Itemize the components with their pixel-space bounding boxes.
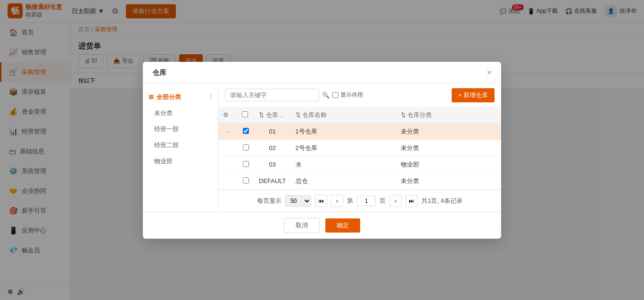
row-checkbox-cell[interactable] — [237, 140, 254, 156]
row-num: DEFAULT — [254, 173, 291, 189]
cancel-button[interactable]: 取消 — [284, 218, 320, 233]
search-input[interactable] — [225, 89, 319, 101]
row-actions — [218, 156, 237, 173]
table-toolbar: 🔍 显示停用 + 新增仓库 — [218, 83, 501, 107]
row-checkbox[interactable] — [243, 128, 249, 134]
row-num: 02 — [254, 140, 291, 156]
close-icon[interactable]: × — [487, 68, 492, 77]
row-name: 水 — [291, 156, 396, 173]
category-item-op2[interactable]: 经营二部 — [143, 137, 218, 153]
row-category: 未分类 — [396, 140, 501, 156]
collapse-icon[interactable]: 《 — [206, 93, 212, 101]
prev-page-btn[interactable]: ‹ — [331, 195, 343, 207]
row-num: 01 — [254, 123, 291, 140]
table-row[interactable]: 03 水 物业部 — [218, 156, 501, 173]
grid-icon: ⊞ — [149, 93, 154, 100]
page-input[interactable] — [357, 196, 376, 206]
last-page-btn[interactable]: ⏭ — [405, 195, 418, 207]
search-icon[interactable]: 🔍 — [322, 92, 330, 99]
row-name: 2号仓库 — [291, 140, 396, 156]
row-actions — [218, 173, 237, 189]
category-item-uncategorized[interactable]: 未分类 — [143, 105, 218, 121]
more-icon[interactable]: ··· — [225, 128, 231, 135]
warehouse-dialog: 仓库 × ⊞ 全部分类 《 未分类 经营一部 经营二部 物业部 — [143, 62, 501, 239]
col-header-code: ⇅ 仓库... — [254, 107, 291, 124]
show-disabled-checkbox[interactable] — [332, 92, 339, 98]
page-label: 第 — [347, 197, 353, 205]
table-row[interactable]: ··· 01 1号仓库 未分类 — [218, 123, 501, 140]
first-page-btn[interactable]: ⏮ — [315, 195, 327, 207]
col-header-check — [237, 107, 254, 124]
per-page-label: 每页显示 — [257, 197, 281, 205]
row-num: 03 — [254, 156, 291, 173]
row-name: 总仓 — [291, 173, 396, 189]
dialog-header: 仓库 × — [143, 62, 501, 83]
dialog-footer: 取消 确定 — [143, 212, 501, 239]
dialog-overlay: 仓库 × ⊞ 全部分类 《 未分类 经营一部 经营二部 物业部 — [0, 0, 644, 300]
row-checkbox[interactable] — [243, 144, 249, 150]
table-panel: 🔍 显示停用 + 新增仓库 ⚙ — [218, 83, 501, 212]
sort-cat-icon: ⇅ — [401, 111, 406, 118]
table-row[interactable]: DEFAULT 总仓 未分类 — [218, 173, 501, 189]
all-category-label: 全部分类 — [157, 93, 181, 101]
total-label: 共1页, 4条记录 — [421, 197, 462, 205]
category-panel: ⊞ 全部分类 《 未分类 经营一部 经营二部 物业部 — [143, 83, 218, 212]
row-checkbox-cell[interactable] — [237, 156, 254, 173]
add-warehouse-button[interactable]: + 新增仓库 — [452, 88, 495, 102]
pagination: 每页显示 50 100 ⏮ ‹ 第 页 › ⏭ 共1页, 4条记录 — [218, 190, 501, 212]
sort-icon: ⇅ — [259, 111, 264, 118]
col-header-name: ⇅ 仓库名称 — [291, 107, 396, 124]
row-checkbox[interactable] — [243, 177, 249, 183]
row-name: 1号仓库 — [291, 123, 396, 140]
col-header-category: ⇅ 仓库分类 — [396, 107, 501, 124]
dialog-body: ⊞ 全部分类 《 未分类 经营一部 经营二部 物业部 🔍 — [143, 83, 501, 212]
page-suffix: 页 — [380, 197, 386, 205]
row-category: 物业部 — [396, 156, 501, 173]
row-checkbox[interactable] — [243, 161, 249, 167]
row-actions — [218, 140, 237, 156]
category-header[interactable]: ⊞ 全部分类 《 — [143, 89, 218, 105]
category-item-property[interactable]: 物业部 — [143, 153, 218, 169]
show-disabled-label[interactable]: 显示停用 — [332, 91, 363, 99]
warehouse-table: ⚙ ⇅ 仓库... ⇅ 仓库名称 — [218, 107, 501, 190]
confirm-button[interactable]: 确定 — [325, 218, 360, 233]
row-actions: ··· — [218, 123, 237, 140]
table-row[interactable]: 02 2号仓库 未分类 — [218, 140, 501, 156]
select-all-checkbox[interactable] — [242, 111, 248, 117]
row-checkbox-cell[interactable] — [237, 173, 254, 189]
row-checkbox-cell[interactable] — [237, 123, 254, 140]
category-item-op1[interactable]: 经营一部 — [143, 121, 218, 137]
per-page-select[interactable]: 50 100 — [285, 195, 311, 207]
dialog-title: 仓库 — [152, 68, 166, 77]
row-category: 未分类 — [396, 173, 501, 189]
search-box: 🔍 显示停用 — [225, 89, 363, 101]
gear-col-icon: ⚙ — [223, 111, 229, 118]
table-container: ⚙ ⇅ 仓库... ⇅ 仓库名称 — [218, 107, 501, 190]
row-category: 未分类 — [396, 123, 501, 140]
col-header-actions: ⚙ — [218, 107, 237, 124]
next-page-btn[interactable]: › — [389, 195, 402, 207]
sort-name-icon: ⇅ — [296, 111, 301, 118]
